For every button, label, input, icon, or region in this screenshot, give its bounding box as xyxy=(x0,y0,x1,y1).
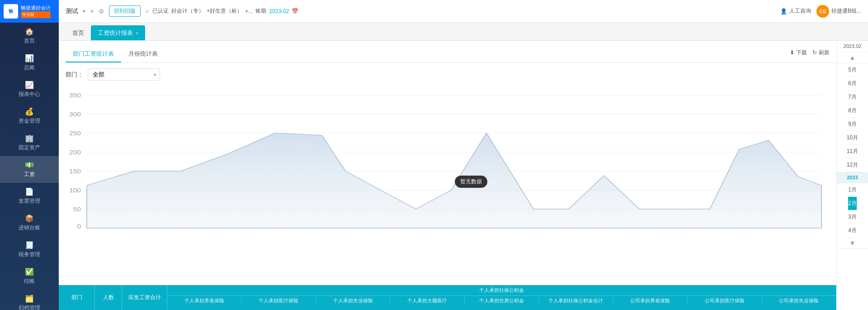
app-edition: 专业版 xyxy=(21,11,51,18)
month-2022-10月[interactable]: 10月 xyxy=(847,131,858,145)
svg-text:300: 300 xyxy=(69,111,81,118)
sidebar-icon-报表中心: 📈 xyxy=(25,81,34,89)
date-year-display: 2023.02 xyxy=(837,41,868,52)
filter-row: 部门： 全部 ▾ xyxy=(59,63,836,86)
sub-tabs: 部门工资统计表 月份统计表 ⬇ 下载 ↻ 刷新 xyxy=(59,41,836,63)
svg-text:0: 0 xyxy=(77,224,81,230)
dept-filter-label: 部门： xyxy=(66,71,83,79)
avatar: CE xyxy=(816,5,829,18)
sub-tab-dept[interactable]: 部门工资统计表 xyxy=(66,46,121,62)
salary-chart: 350 300 250 200 150 100 50 0 xyxy=(63,91,827,235)
sidebar-item-税务管理[interactable]: 🧾税务管理 xyxy=(0,236,59,263)
month-2023-1月[interactable]: 1月 xyxy=(848,183,857,197)
months-2023: 1月2月3月4月 xyxy=(848,183,857,238)
sidebar-icon-固定资产: 🏢 xyxy=(25,134,34,143)
help-btn[interactable]: 👤 人工咨询 xyxy=(780,7,811,15)
topbar-status: ✓ 已认证 好会计（专） +好生意（标） +... 账期 2023-02 📅 xyxy=(145,7,298,15)
tab-close-btn[interactable]: × xyxy=(136,30,138,36)
topbar-add-icon[interactable]: + xyxy=(90,7,94,15)
period-label: 账期 xyxy=(255,7,266,15)
sidebar-item-首页[interactable]: 🏠首页 xyxy=(0,23,59,49)
sidebar-label-固定资产: 固定资产 xyxy=(19,144,40,152)
th-company-unemploy: 公司承担失业保险 xyxy=(762,296,836,305)
date-prev-btn[interactable]: ▲ xyxy=(837,52,868,63)
sub-tabs-left: 部门工资统计表 月份统计表 xyxy=(66,46,165,62)
sidebar-icon-结账: ✅ xyxy=(25,267,34,276)
topbar-arrow-icon: ▾ xyxy=(83,8,85,14)
sidebar-item-报表中心[interactable]: 📈报表中心 xyxy=(0,76,59,103)
user-menu[interactable]: CE 轻捷通B组... xyxy=(816,5,861,18)
tab-salary-label: 工资统计报表 xyxy=(98,29,133,37)
app-logo: 畅 畅捷通好会计 专业版 xyxy=(0,0,59,23)
month-2022-9月[interactable]: 9月 xyxy=(847,118,858,131)
switch-old-btn[interactable]: 切到旧版 xyxy=(109,5,141,17)
month-2022-7月[interactable]: 7月 xyxy=(847,91,858,104)
dept-select[interactable]: 全部 xyxy=(88,68,160,81)
year-2023-label: 2023 xyxy=(837,172,868,183)
month-2023-4月[interactable]: 4月 xyxy=(848,224,857,238)
status-more: +... xyxy=(245,8,253,14)
sidebar-item-归档管理[interactable]: 🗂️归档管理 xyxy=(0,290,59,310)
topbar: 测试 ▾ + ⚙ 切到旧版 ✓ 已认证 好会计（专） +好生意（标） +... … xyxy=(59,0,868,23)
tab-home-label: 首页 xyxy=(72,29,84,37)
sidebar-label-首页: 首页 xyxy=(24,37,35,45)
tabbar: 首页 工资统计报表 × xyxy=(59,23,868,41)
sidebar-item-总账[interactable]: 📊总账 xyxy=(0,49,59,76)
th-headcount: 人数 xyxy=(95,285,122,310)
sub-tab-month[interactable]: 月份统计表 xyxy=(121,46,165,62)
month-2022-8月[interactable]: 8月 xyxy=(847,104,858,118)
month-2022-5月[interactable]: 5月 xyxy=(847,63,858,77)
date-nav: ▲ 5月6月7月8月9月10月11月12月 2023 1月2月3月4月 ▼ xyxy=(837,52,868,249)
help-label: 人工咨询 xyxy=(789,7,811,15)
sidebar-label-进销台账: 进销台账 xyxy=(19,224,40,232)
month-2022-12月[interactable]: 12月 xyxy=(847,158,858,172)
topbar-company: 测试 xyxy=(66,7,78,15)
content-area: 部门工资统计表 月份统计表 ⬇ 下载 ↻ 刷新 部门： xyxy=(59,41,868,310)
dept-filter-wrapper: 全部 ▾ xyxy=(88,68,160,81)
help-icon: 👤 xyxy=(780,8,787,14)
logo-icon: 畅 xyxy=(4,4,18,19)
sidebar-icon-总账: 📊 xyxy=(25,54,34,62)
main-content: 测试 ▾ + ⚙ 切到旧版 ✓ 已认证 好会计（专） +好生意（标） +... … xyxy=(59,0,868,310)
topbar-right: 👤 人工咨询 CE 轻捷通B组... xyxy=(780,5,861,18)
refresh-btn[interactable]: ↻ 刷新 xyxy=(812,49,830,57)
month-2023-3月[interactable]: 3月 xyxy=(848,210,857,224)
refresh-label: 刷新 xyxy=(819,49,830,57)
svg-text:200: 200 xyxy=(69,149,81,156)
th-personal-bigmedical: 个人承担大额医疗 xyxy=(390,296,464,305)
calendar-icon[interactable]: 📅 xyxy=(292,8,298,14)
date-next-btn[interactable]: ▼ xyxy=(837,238,868,249)
svg-text:100: 100 xyxy=(69,187,81,194)
sidebar-item-进销台账[interactable]: 📦进销台账 xyxy=(0,210,59,236)
sidebar-label-归档管理: 归档管理 xyxy=(19,304,40,310)
download-btn[interactable]: ⬇ 下载 xyxy=(790,49,807,57)
sidebar-item-结账[interactable]: ✅结账 xyxy=(0,263,59,290)
th-dept: 部门 xyxy=(59,285,95,310)
refresh-icon: ↻ xyxy=(812,49,817,56)
sidebar-item-资金管理[interactable]: 💰资金管理 xyxy=(0,103,59,129)
tab-salary-report[interactable]: 工资统计报表 × xyxy=(91,25,145,40)
month-2022-11月[interactable]: 11月 xyxy=(847,145,858,158)
sidebar-item-发票管理[interactable]: 📄发票管理 xyxy=(0,183,59,210)
topbar-settings-icon[interactable]: ⚙ xyxy=(99,8,104,15)
certified-icon: ✓ xyxy=(145,8,150,14)
sidebar-label-结账: 结账 xyxy=(24,277,35,285)
user-name: 轻捷通B组... xyxy=(831,7,861,15)
download-icon: ⬇ xyxy=(790,49,794,56)
sidebar-icon-进销台账: 📦 xyxy=(25,214,34,223)
sidebar-icon-归档管理: 🗂️ xyxy=(25,294,34,303)
status-certified: 已认证 xyxy=(152,7,169,15)
sidebar-icon-工资: 💵 xyxy=(25,161,34,169)
sidebar-item-固定资产[interactable]: 🏢固定资产 xyxy=(0,129,59,156)
month-2023-2月[interactable]: 2月 xyxy=(848,197,857,210)
th-personal-cols: 个人承担养老保险 个人承担医疗保险 个人承担失业保险 个人承担大额医疗 个人承担… xyxy=(167,296,836,305)
download-label: 下载 xyxy=(796,49,807,57)
sidebar: 畅 畅捷通好会计 专业版 🏠首页📊总账📈报表中心💰资金管理🏢固定资产💵工资📄发票… xyxy=(0,0,59,310)
sidebar-item-工资[interactable]: 💵工资 xyxy=(0,156,59,183)
tab-home[interactable]: 首页 xyxy=(66,25,91,40)
status-business: +好生意（标） xyxy=(207,7,242,15)
sidebar-label-资金管理: 资金管理 xyxy=(19,117,40,125)
sidebar-label-税务管理: 税务管理 xyxy=(19,251,40,258)
month-2022-6月[interactable]: 6月 xyxy=(847,77,858,91)
sub-tabs-right: ⬇ 下载 ↻ 刷新 xyxy=(790,49,830,60)
